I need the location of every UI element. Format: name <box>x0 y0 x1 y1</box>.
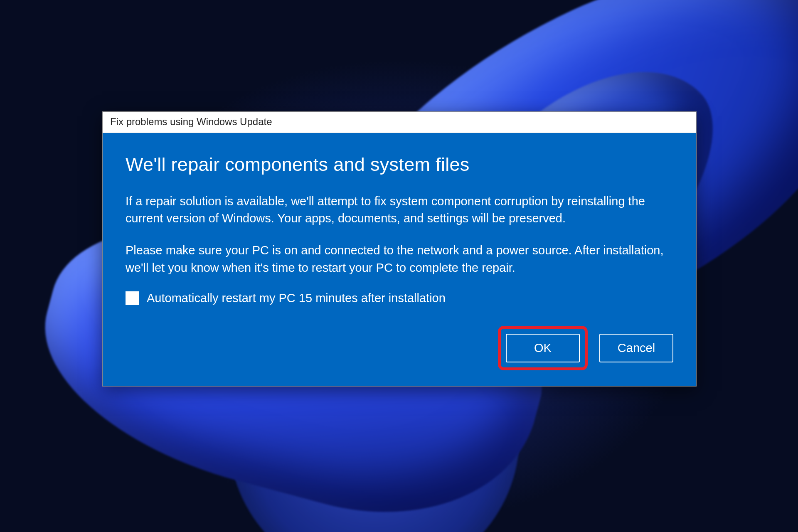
dialog-paragraph-1: If a repair solution is available, we'll… <box>126 193 673 227</box>
dialog-titlebar[interactable]: Fix problems using Windows Update <box>103 112 696 133</box>
dialog-button-row: OK Cancel <box>126 326 673 370</box>
windows-update-repair-dialog: Fix problems using Windows Update We'll … <box>102 111 697 387</box>
dialog-paragraph-2: Please make sure your PC is on and conne… <box>126 242 673 276</box>
tutorial-highlight-box: OK <box>498 326 588 370</box>
dialog-heading: We'll repair components and system files <box>126 154 673 175</box>
auto-restart-checkbox-row[interactable]: Automatically restart my PC 15 minutes a… <box>126 291 673 305</box>
auto-restart-checkbox-label: Automatically restart my PC 15 minutes a… <box>147 291 446 305</box>
cancel-button[interactable]: Cancel <box>599 334 673 362</box>
dialog-content: We'll repair components and system files… <box>103 133 696 386</box>
dialog-title: Fix problems using Windows Update <box>110 116 272 127</box>
ok-button[interactable]: OK <box>506 334 580 362</box>
auto-restart-checkbox[interactable] <box>126 291 139 305</box>
